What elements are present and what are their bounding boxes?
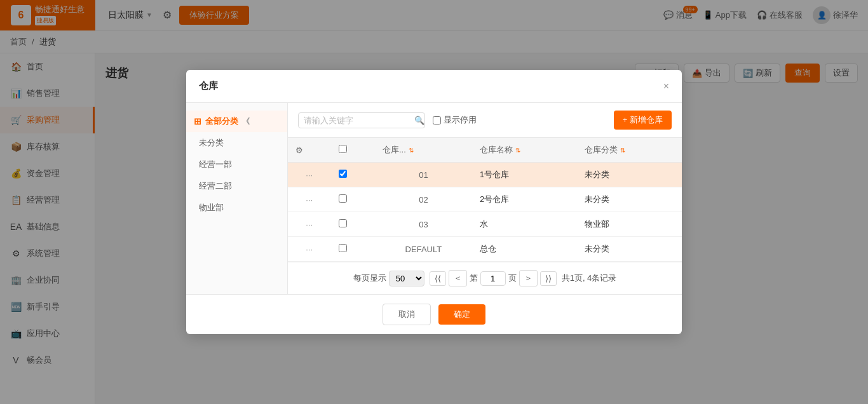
col-category-label: 仓库分类 [585,144,618,156]
row-ellipsis-icon[interactable]: ··· [306,220,313,229]
modal-title: 仓库 [199,80,218,92]
sort-category[interactable]: 仓库分类 ⇅ [585,144,674,156]
table-row[interactable]: ··· 03 水 物业部 [288,212,682,237]
row-checkbox[interactable] [339,219,347,227]
row-name: 1号仓库 [472,163,577,187]
row-code: 01 [375,163,472,187]
category-all-item[interactable]: ⊞ 全部分类 《 [186,111,287,132]
modal-header: 仓库 × [186,70,682,103]
table-toolbar: 🔍 显示停用 + 新增仓库 [288,103,682,138]
search-box: 🔍 [298,112,425,128]
row-ellipsis-icon[interactable]: ··· [306,195,313,205]
row-checkbox[interactable] [339,170,347,178]
row-actions[interactable]: ··· [288,163,331,187]
col-name[interactable]: 仓库名称 ⇅ [472,138,577,163]
row-category: 未分类 [577,163,682,187]
data-table: ⚙ 仓库... ⇅ 仓库名称 [288,138,682,262]
page-nav: ⟨⟨ ＜ 第 页 ＞ ⟩⟩ [430,270,557,286]
category-all-label: 全部分类 [205,116,238,127]
row-checkbox-cell [331,237,375,262]
search-input[interactable] [304,116,410,125]
per-page-select: 每页显示 102050100 [353,271,424,286]
page-label: 第 [470,273,478,284]
select-all-checkbox[interactable] [339,145,347,153]
warehouse-modal: 仓库 × ⊞ 全部分类 《 未分类经营一部经营二部物业部 🔍 [186,70,682,334]
settings-col-icon: ⚙ [295,145,303,155]
row-checkbox[interactable] [339,194,347,203]
row-code: 03 [375,212,472,237]
last-page-button[interactable]: ⟩⟩ [540,271,557,286]
warehouse-table: ⚙ 仓库... ⇅ 仓库名称 [288,138,682,262]
col-code[interactable]: 仓库... ⇅ [375,138,472,163]
category-panel: ⊞ 全部分类 《 未分类经营一部经营二部物业部 [186,103,288,294]
category-item-uncategorized[interactable]: 未分类 [186,132,287,154]
sort-category-icon: ⇅ [620,147,625,154]
category-item-ops2[interactable]: 经营二部 [186,175,287,197]
row-actions[interactable]: ··· [288,187,331,212]
col-category[interactable]: 仓库分类 ⇅ [577,138,682,163]
page-unit: 页 [508,273,517,284]
category-item-property[interactable]: 物业部 [186,197,287,219]
confirm-button[interactable]: 确定 [438,304,485,325]
cancel-button[interactable]: 取消 [383,304,431,325]
col-name-label: 仓库名称 [480,144,513,156]
col-checkbox [331,138,375,163]
row-ellipsis-icon[interactable]: ··· [306,170,313,180]
modal-body: ⊞ 全部分类 《 未分类经营一部经营二部物业部 🔍 显示停用 [186,103,682,294]
table-head: ⚙ 仓库... ⇅ 仓库名称 [288,138,682,163]
sort-name-icon: ⇅ [515,147,520,154]
category-item-ops1[interactable]: 经营一部 [186,154,287,175]
row-checkbox[interactable] [339,244,347,252]
row-actions[interactable]: ··· [288,212,331,237]
show-disabled-checkbox[interactable] [433,116,441,125]
per-page-label: 每页显示 [353,273,386,284]
row-checkbox-cell [331,163,375,187]
total-info: 共1页, 4条记录 [562,273,617,284]
table-row[interactable]: ··· DEFAULT 总仓 未分类 [288,237,682,262]
modal-footer: 取消 确定 [186,294,682,334]
table-row[interactable]: ··· 02 2号仓库 未分类 [288,187,682,212]
row-name: 总仓 [472,237,577,262]
pagination: 每页显示 102050100 ⟨⟨ ＜ 第 页 ＞ ⟩⟩ 共1页, 4条记录 [288,262,682,294]
first-page-button[interactable]: ⟨⟨ [430,271,446,286]
sort-code[interactable]: 仓库... ⇅ [383,144,465,156]
col-settings: ⚙ [288,138,331,163]
sort-code-icon: ⇅ [409,147,414,154]
collapse-button[interactable]: 《 [242,116,250,127]
table-header-row: ⚙ 仓库... ⇅ 仓库名称 [288,138,682,163]
table-body: ··· 01 1号仓库 未分类 ··· 02 2号仓库 未分类 ··· 03 水… [288,163,682,262]
row-actions[interactable]: ··· [288,237,331,262]
modal-overlay: 仓库 × ⊞ 全部分类 《 未分类经营一部经营二部物业部 🔍 [0,0,868,404]
row-checkbox-cell [331,212,375,237]
row-category: 未分类 [577,187,682,212]
row-checkbox-cell [331,187,375,212]
grid-icon: ⊞ [194,116,201,126]
col-code-label: 仓库... [383,144,406,156]
modal-close-button[interactable]: × [663,81,669,92]
category-list: 未分类经营一部经营二部物业部 [186,132,287,219]
row-category: 物业部 [577,212,682,237]
table-panel: 🔍 显示停用 + 新增仓库 ⚙ [288,103,682,294]
prev-page-button[interactable]: ＜ [449,270,467,286]
per-page-dropdown[interactable]: 102050100 [389,271,424,286]
row-ellipsis-icon[interactable]: ··· [306,245,313,254]
table-row[interactable]: ··· 01 1号仓库 未分类 [288,163,682,187]
row-name: 2号仓库 [472,187,577,212]
add-warehouse-button[interactable]: + 新增仓库 [614,111,672,130]
row-code: 02 [375,187,472,212]
row-code: DEFAULT [375,237,472,262]
sort-name[interactable]: 仓库名称 ⇅ [480,144,569,156]
show-disabled-text: 显示停用 [444,114,477,126]
row-category: 未分类 [577,237,682,262]
search-icon: 🔍 [414,116,424,125]
page-number-input[interactable] [480,271,506,286]
row-name: 水 [472,212,577,237]
show-disabled-label[interactable]: 显示停用 [433,114,477,126]
next-page-button[interactable]: ＞ [519,270,538,286]
